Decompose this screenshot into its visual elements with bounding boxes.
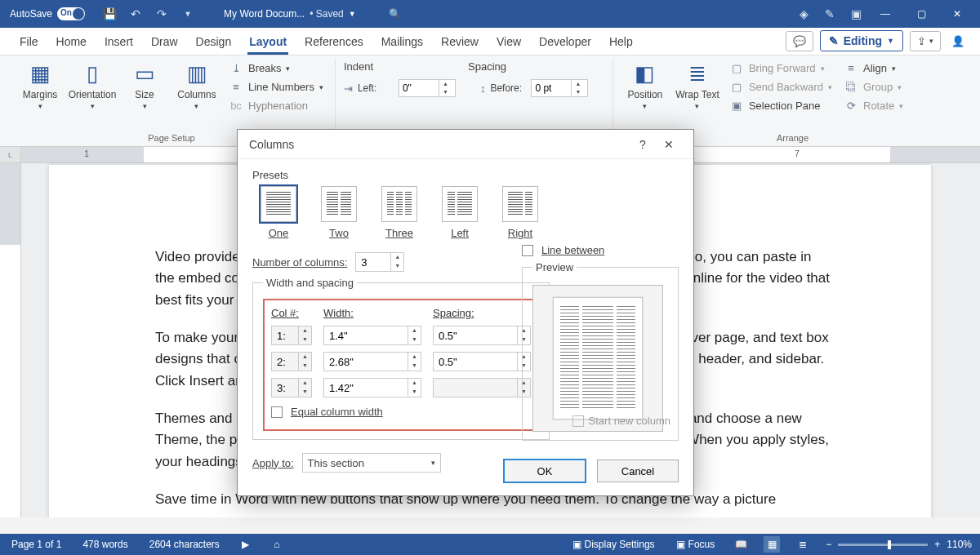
share-button[interactable]: ⇪ ▾ [910,31,941,51]
apply-to-label: Apply to: [252,457,294,469]
breaks-button[interactable]: ⤓Breaks ▾ [225,60,327,76]
print-layout-icon[interactable]: ▦ [764,536,780,553]
zoom-control[interactable]: − + 110% [826,539,972,550]
word-count[interactable]: 478 words [79,539,131,550]
tab-review[interactable]: Review [433,30,487,55]
maximize-button[interactable]: ▢ [903,0,939,28]
group-button[interactable]: ⿻Group ▾ [840,79,906,95]
tab-developer[interactable]: Developer [531,30,599,55]
display-settings[interactable]: ▣ Display Settings [569,539,658,550]
focus-mode[interactable]: ▣ Focus [673,539,719,550]
undo-icon[interactable]: ↶ [124,2,147,25]
page-status[interactable]: Page 1 of 1 [8,539,65,550]
account-icon[interactable]: 👤 [947,30,969,51]
equal-width-checkbox[interactable] [271,406,283,418]
num-columns-input[interactable]: ▲▼ [355,252,404,272]
ruler-corner: L [0,147,21,163]
comments-button[interactable]: 💬 [786,31,813,51]
send-backward-icon: ▢ [729,81,744,93]
char-count[interactable]: 2604 characters [146,539,223,550]
col-width-2[interactable]: ▲▼ [323,352,421,371]
search-icon[interactable]: 🔍 [389,8,401,20]
orientation-button[interactable]: ▯Orientation▾ [69,59,116,113]
window-icon[interactable]: ▣ [844,2,867,25]
preset-one[interactable]: One [261,186,296,239]
bring-forward-button[interactable]: ▢Bring Forward ▾ [726,60,835,76]
breaks-icon: ⤓ [229,62,243,74]
tab-design[interactable]: Design [188,30,240,55]
status-bar: Page 1 of 1 478 words 2604 characters ▶ … [0,534,980,555]
preview-page [553,297,643,420]
margins-button[interactable]: ▦Margins▾ [16,59,64,113]
tab-mailings[interactable]: Mailings [373,30,431,55]
qat-dropdown-icon[interactable]: ▼ [176,2,199,25]
zoom-in-icon[interactable]: + [934,539,940,550]
line-between-checkbox[interactable] [522,245,533,256]
close-button[interactable]: ✕ [939,0,975,28]
col-number-1: ▲▼ [271,326,312,345]
web-layout-icon[interactable]: ≣ [795,536,811,553]
redo-icon[interactable]: ↷ [150,2,173,25]
position-button[interactable]: ◧Position▾ [621,59,669,113]
indent-left-icon: ⇥ [344,82,353,95]
highlight-box: Col #: Width: Spacing: ▲▼ ▲▼ ▲▼ ▲▼ ▲▼ ▲▼… [263,299,539,431]
zoom-out-icon[interactable]: − [826,539,831,550]
cancel-button[interactable]: Cancel [597,460,679,482]
rotate-button[interactable]: ⟳Rotate ▾ [840,98,906,113]
col-spacing-1[interactable]: ▲▼ [433,326,531,345]
apply-to-combo[interactable]: This section▾ [302,453,441,473]
line-numbers-button[interactable]: ≡Line Numbers ▾ [225,79,327,95]
tab-layout[interactable]: Layout [241,30,295,55]
col-number-2: ▲▼ [271,352,312,371]
preset-three[interactable]: Three [381,186,417,239]
hyphenation-button[interactable]: bcHyphenation [225,98,327,113]
size-button[interactable]: ▭Size▾ [121,59,168,113]
preset-left[interactable]: Left [442,186,478,239]
start-new-column: Start new column [572,415,670,427]
ok-button[interactable]: OK [504,460,586,482]
dialog-help-button[interactable]: ? [630,131,656,158]
wand-icon[interactable]: ✎ [818,2,841,25]
align-button[interactable]: ≡Align ▾ [840,60,906,76]
read-mode-icon[interactable]: 📖 [733,536,749,553]
send-backward-button[interactable]: ▢Send Backward ▾ [726,79,835,95]
tab-insert[interactable]: Insert [96,30,141,55]
macro-icon[interactable]: ▶ [238,536,254,553]
tab-view[interactable]: View [488,30,529,55]
columns-button[interactable]: ▥Columns▾ [173,59,220,113]
tab-help[interactable]: Help [601,30,641,55]
preset-two[interactable]: Two [321,186,357,239]
spacing-before-icon: ↕ [480,82,486,95]
rotate-icon: ⟳ [844,100,858,112]
toggle-switch[interactable]: On [57,7,85,20]
col-spacing-2[interactable]: ▲▼ [433,352,531,371]
tab-home[interactable]: Home [48,30,95,55]
selection-pane-button[interactable]: ▣Selection Pane [726,98,835,113]
ribbon-tabs: File Home Insert Draw Design Layout Refe… [0,28,980,56]
tab-draw[interactable]: Draw [143,30,186,55]
accessibility-icon[interactable]: ⌂ [269,536,285,553]
editing-mode-button[interactable]: ✎ Editing ▼ [820,30,903,51]
zoom-value[interactable]: 110% [947,539,972,550]
preview-panel [532,285,663,432]
tab-references[interactable]: References [296,30,372,55]
spacing-before-input[interactable]: ▲▼ [531,79,588,97]
margins-icon: ▦ [30,60,51,87]
autosave-toggle[interactable]: AutoSave On [5,7,90,20]
minimize-button[interactable]: — [867,0,903,28]
col-width-1[interactable]: ▲▼ [323,326,421,345]
num-columns-label: Number of columns: [252,256,347,269]
zoom-slider[interactable] [838,544,928,546]
align-icon: ≡ [844,62,858,74]
document-title[interactable]: My Word Docum... • Saved ▼ [224,8,356,20]
wrap-text-button[interactable]: ≣Wrap Text▾ [674,59,721,113]
diamond-icon[interactable]: ◈ [792,2,815,25]
title-bar: AutoSave On 💾 ↶ ↷ ▼ My Word Docum... • S… [0,0,980,28]
group-icon: ⿻ [844,81,858,93]
vertical-ruler[interactable] [0,163,21,517]
indent-left-input[interactable]: ▲▼ [399,79,456,97]
tab-file[interactable]: File [11,30,47,55]
dialog-close-button[interactable]: ✕ [656,131,682,158]
col-width-3[interactable]: ▲▼ [323,378,421,397]
save-icon[interactable]: 💾 [98,2,121,25]
